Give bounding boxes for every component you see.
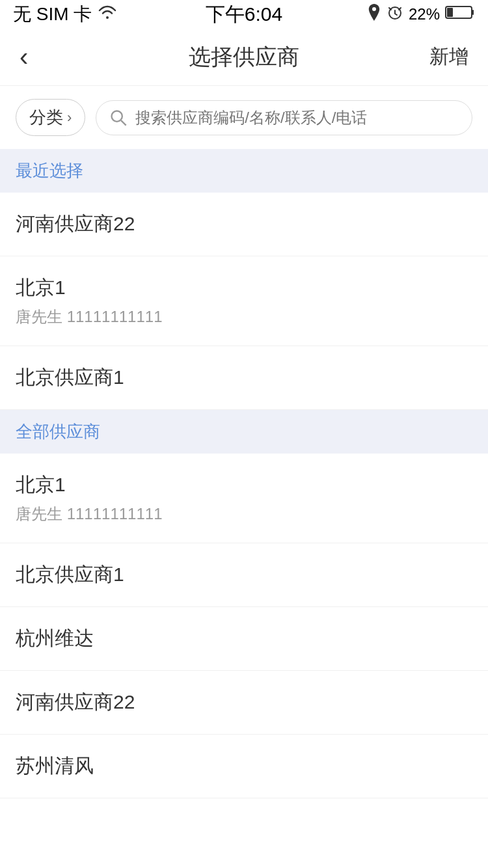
supplier-name: 北京供应商1 bbox=[16, 364, 472, 391]
svg-rect-2 bbox=[447, 8, 453, 17]
list-item[interactable]: 北京1唐先生 11111111111 bbox=[0, 256, 488, 346]
wifi-icon bbox=[97, 4, 118, 25]
list-item[interactable]: 杭州维达 bbox=[0, 607, 488, 671]
all-items-list: 北京1唐先生 11111111111北京供应商1杭州维达河南供应商22苏州清风 bbox=[0, 454, 488, 798]
search-box[interactable] bbox=[96, 100, 472, 135]
category-label: 分类 bbox=[29, 106, 63, 129]
all-section-header: 全部供应商 bbox=[0, 410, 488, 454]
recent-section-header: 最近选择 bbox=[0, 149, 488, 193]
search-icon bbox=[109, 109, 128, 127]
list-item[interactable]: 北京供应商1 bbox=[0, 346, 488, 410]
category-button[interactable]: 分类 › bbox=[16, 99, 85, 136]
battery-icon bbox=[445, 5, 475, 24]
status-time: 下午6:04 bbox=[206, 1, 282, 28]
supplier-name: 河南供应商22 bbox=[16, 689, 472, 716]
battery-text: 22% bbox=[409, 5, 440, 23]
carrier-text: 无 SIM 卡 bbox=[13, 2, 92, 27]
search-input[interactable] bbox=[135, 109, 459, 127]
chevron-right-icon: › bbox=[67, 109, 72, 126]
filter-bar: 分类 › bbox=[0, 86, 488, 149]
list-item[interactable]: 河南供应商22 bbox=[0, 671, 488, 735]
recent-section-label: 最近选择 bbox=[16, 161, 83, 180]
supplier-name: 杭州维达 bbox=[16, 625, 472, 652]
add-button[interactable]: 新增 bbox=[429, 44, 468, 70]
status-bar: 无 SIM 卡 下午6:04 22% bbox=[0, 0, 488, 29]
supplier-name: 河南供应商22 bbox=[16, 211, 472, 237]
location-icon bbox=[367, 4, 381, 25]
recent-items-list: 河南供应商22北京1唐先生 11111111111北京供应商1 bbox=[0, 193, 488, 410]
status-carrier: 无 SIM 卡 bbox=[13, 2, 118, 27]
supplier-name: 苏州清风 bbox=[16, 753, 472, 780]
list-item[interactable]: 河南供应商22 bbox=[0, 193, 488, 256]
svg-line-4 bbox=[121, 120, 126, 126]
status-right: 22% bbox=[367, 4, 475, 25]
back-button[interactable]: ‹ bbox=[20, 42, 59, 72]
svg-point-3 bbox=[112, 111, 122, 121]
supplier-name: 北京1 bbox=[16, 275, 472, 301]
nav-bar: ‹ 选择供应商 新增 bbox=[0, 29, 488, 86]
supplier-name: 北京1 bbox=[16, 472, 472, 498]
list-item[interactable]: 北京供应商1 bbox=[0, 543, 488, 607]
all-section-label: 全部供应商 bbox=[16, 422, 100, 441]
supplier-contact: 唐先生 11111111111 bbox=[16, 306, 472, 327]
page-title: 选择供应商 bbox=[189, 42, 299, 72]
list-item[interactable]: 北京1唐先生 11111111111 bbox=[0, 454, 488, 543]
list-item[interactable]: 苏州清风 bbox=[0, 735, 488, 798]
alarm-icon bbox=[386, 4, 403, 25]
supplier-name: 北京供应商1 bbox=[16, 562, 472, 588]
supplier-contact: 唐先生 11111111111 bbox=[16, 504, 472, 524]
